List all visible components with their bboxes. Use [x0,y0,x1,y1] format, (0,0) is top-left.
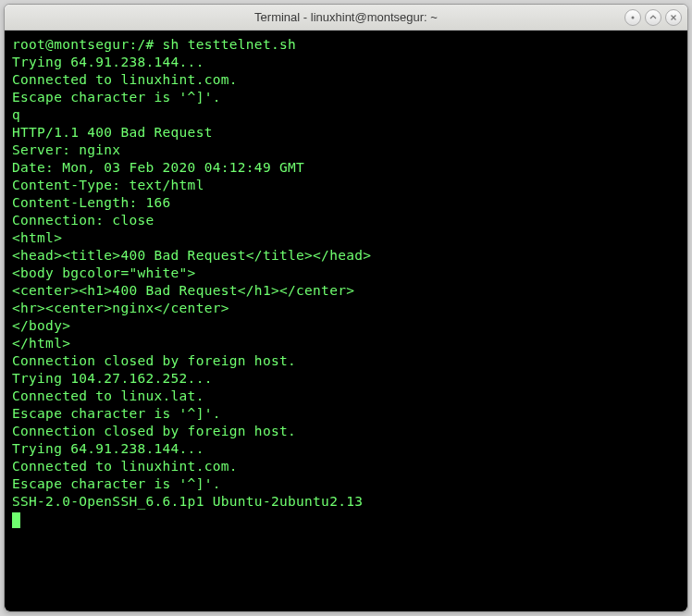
svg-point-0 [632,16,635,18]
output-line: </body> [12,317,680,335]
titlebar[interactable]: Terminal - linuxhint@montsegur: ~ [5,5,687,31]
prompt-line: root@montsegur:/# sh testtelnet.sh [12,36,680,54]
output-line: Connected to linux.lat. [12,388,680,405]
output-line: Content-Length: 166 [12,194,680,212]
output-line: Date: Mon, 03 Feb 2020 04:12:49 GMT [12,159,680,177]
output-line: Escape character is '^]'. [12,405,680,423]
minimize-button[interactable] [624,9,641,26]
output-line: <body bgcolor="white"> [12,265,680,282]
output-line: Connection: close [12,212,680,229]
maximize-button[interactable] [645,9,661,26]
output-line: Server: nginx [12,142,680,159]
output-line: Trying 64.91.238.144... [12,440,680,458]
terminal-window: Terminal - linuxhint@montsegur: ~ root@m… [4,4,688,612]
terminal-content[interactable]: root@montsegur:/# sh testtelnet.sh Tryin… [5,31,687,611]
output-line: Connection closed by foreign host. [12,423,680,440]
window-controls [624,9,682,26]
chevron-up-icon [649,14,657,21]
command-text: sh testtelnet.sh [163,37,296,52]
output-line: <center><h1>400 Bad Request</h1></center… [12,282,680,300]
output-line: Connection closed by foreign host. [12,352,680,370]
close-icon [670,14,677,21]
output-line: SSH-2.0-OpenSSH_6.6.1p1 Ubuntu-2ubuntu2.… [12,493,680,511]
window-title: Terminal - linuxhint@montsegur: ~ [10,10,682,24]
output-line: Connected to linuxhint.com. [12,458,680,475]
output-line: Content-Type: text/html [12,177,680,194]
output-line: Trying 64.91.238.144... [12,54,680,71]
output-line: HTTP/1.1 400 Bad Request [12,124,680,142]
output-line: Escape character is '^]'. [12,475,680,493]
terminal-cursor [12,512,20,528]
output-line: <hr><center>nginx</center> [12,300,680,317]
minimize-icon [629,14,636,21]
output-line: Connected to linuxhint.com. [12,71,680,89]
close-button[interactable] [665,9,682,26]
output-line: q [12,106,680,124]
shell-prompt: root@montsegur:/# [12,37,163,52]
output-line: <html> [12,229,680,247]
output-line: <head><title>400 Bad Request</title></he… [12,247,680,265]
cursor-line [12,511,680,528]
output-line: Trying 104.27.162.252... [12,370,680,388]
output-line: Escape character is '^]'. [12,89,680,106]
output-line: </html> [12,335,680,352]
